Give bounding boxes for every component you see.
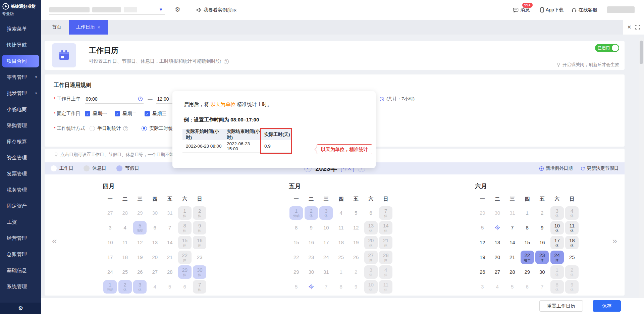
- sidebar-item-14[interactable]: 总账管理: [0, 246, 41, 262]
- calendar-day[interactable]: 8休: [550, 280, 564, 294]
- calendar-day[interactable]: 15休: [178, 236, 192, 249]
- calendar-day[interactable]: 29: [289, 265, 303, 279]
- online-service-button[interactable]: 在线客服: [571, 0, 597, 20]
- calendar-day[interactable]: 6: [178, 280, 192, 294]
- morning-start-input[interactable]: 09:00: [85, 94, 144, 104]
- calendar-day[interactable]: 27: [103, 206, 117, 220]
- calendar-day[interactable]: 12: [476, 236, 489, 249]
- calendar-day[interactable]: 6: [521, 280, 534, 294]
- calendar-day[interactable]: 20: [148, 251, 162, 264]
- calendar-day[interactable]: 29休: [178, 265, 192, 279]
- settings-gear-icon[interactable]: ⚙: [175, 6, 180, 13]
- calendar-day[interactable]: 24: [319, 251, 333, 264]
- calendar-day[interactable]: 3休: [133, 280, 147, 294]
- calendar-day[interactable]: 27休: [364, 251, 378, 264]
- fullscreen-icon[interactable]: [635, 25, 640, 30]
- vertical-scrollbar[interactable]: [639, 37, 644, 312]
- update-holidays-button[interactable]: 更新法定节假日: [580, 165, 619, 171]
- calendar-day[interactable]: 23休: [535, 251, 549, 264]
- calendar-day[interactable]: 10休: [550, 221, 564, 234]
- legend-item-work[interactable]: 工作日: [51, 165, 73, 171]
- calendar-day[interactable]: 21: [505, 251, 519, 264]
- sidebar-item-15[interactable]: 基础信息: [0, 262, 41, 278]
- sidebar-item-13[interactable]: 经营管理: [0, 230, 41, 246]
- calendar-day[interactable]: 7: [505, 221, 519, 234]
- calendar-day[interactable]: 3休: [550, 206, 564, 220]
- calendar-day[interactable]: 2休: [118, 280, 132, 294]
- stat-radio-0[interactable]: 半日制统计?: [90, 125, 128, 132]
- reset-calendar-button[interactable]: 重置工作日历: [539, 300, 583, 312]
- calendar-day[interactable]: 25: [565, 251, 579, 264]
- sidebar-item-0[interactable]: 搜索菜单: [0, 21, 41, 37]
- calendar-day[interactable]: 21: [163, 251, 176, 264]
- calendar-day[interactable]: 8: [521, 221, 534, 234]
- calendar-day[interactable]: 25: [118, 265, 132, 279]
- sidebar-item-12[interactable]: 工资: [0, 214, 41, 230]
- sidebar-item-6[interactable]: 采购管理: [0, 117, 41, 134]
- calendar-day[interactable]: 1休: [178, 206, 192, 220]
- calendar-day[interactable]: 11休: [379, 280, 392, 294]
- calendar-day[interactable]: 22: [289, 251, 303, 264]
- calendar-day[interactable]: 16: [535, 236, 549, 249]
- calendar-day[interactable]: 5: [163, 280, 176, 294]
- calendar-day[interactable]: 18: [118, 251, 132, 264]
- sidebar-item-11[interactable]: 固定资产: [0, 198, 41, 214]
- calendar-day[interactable]: 14: [163, 236, 176, 249]
- calendar-day[interactable]: 15: [289, 236, 303, 249]
- messages-button[interactable]: 消息 99+: [513, 0, 530, 20]
- calendar-day[interactable]: 4休: [379, 265, 392, 279]
- calendar-day[interactable]: 2休: [565, 265, 579, 279]
- calendar-day[interactable]: 5: [505, 280, 519, 294]
- calendar-day[interactable]: 28: [505, 265, 519, 279]
- calendar-day[interactable]: 今: [305, 280, 318, 294]
- calendar-day[interactable]: 9休: [193, 221, 206, 234]
- calendar-day[interactable]: 7休: [193, 280, 206, 294]
- prev-months-icon[interactable]: «: [52, 236, 57, 246]
- calendar-day[interactable]: 4: [334, 206, 348, 220]
- calendar-day[interactable]: 24休: [550, 251, 564, 264]
- sidebar-settings-bar[interactable]: ⚙: [0, 303, 41, 314]
- calendar-day[interactable]: 22端午: [521, 251, 534, 264]
- calendar-day[interactable]: 2休: [305, 206, 318, 220]
- calendar-day[interactable]: 19: [133, 251, 147, 264]
- calendar-day[interactable]: 23: [193, 251, 206, 264]
- workday-checkbox-0[interactable]: ✓星期一: [85, 111, 107, 117]
- calendar-day[interactable]: 10: [103, 236, 117, 249]
- calendar-day[interactable]: 30: [535, 265, 549, 279]
- calendar-day[interactable]: 23: [305, 251, 318, 264]
- calendar-day[interactable]: 1: [521, 206, 534, 220]
- calendar-day[interactable]: 19: [476, 251, 489, 264]
- calendar-day[interactable]: 30: [305, 265, 318, 279]
- calendar-day[interactable]: 9休: [565, 280, 579, 294]
- calendar-day[interactable]: 8: [289, 221, 303, 234]
- app-download-button[interactable]: App下载: [540, 0, 564, 20]
- calendar-day[interactable]: 31: [319, 265, 333, 279]
- help-question-icon[interactable]: ?: [123, 126, 128, 131]
- calendar-day[interactable]: 3休: [319, 206, 333, 220]
- calendar-day[interactable]: 29: [476, 206, 489, 220]
- calendar-day[interactable]: 29: [133, 206, 147, 220]
- calendar-day[interactable]: 4休: [565, 206, 579, 220]
- close-all-tabs-icon[interactable]: ✕: [627, 24, 632, 30]
- calendar-day[interactable]: 1: [334, 265, 348, 279]
- calendar-day[interactable]: 17: [103, 251, 117, 264]
- sidebar-item-7[interactable]: 库存核算: [0, 134, 41, 150]
- calendar-day[interactable]: 20休: [364, 236, 378, 249]
- calendar-day[interactable]: 2休: [193, 206, 206, 220]
- calendar-day[interactable]: 4: [148, 280, 162, 294]
- calendar-day[interactable]: 28: [118, 206, 132, 220]
- sidebar-item-8[interactable]: 资金管理: [0, 150, 41, 166]
- help-question-icon[interactable]: ?: [224, 59, 229, 64]
- next-months-icon[interactable]: »: [612, 236, 617, 246]
- calendar-day[interactable]: 7: [535, 280, 549, 294]
- calendar-day[interactable]: 20: [491, 251, 504, 264]
- calendar-day[interactable]: 1劳动: [289, 206, 303, 220]
- calendar-day[interactable]: 16: [305, 236, 318, 249]
- calendar-day[interactable]: 12: [133, 236, 147, 249]
- calendar-day[interactable]: 27: [491, 265, 504, 279]
- calendar-day[interactable]: 12: [349, 221, 363, 234]
- calendar-day[interactable]: 14: [505, 236, 519, 249]
- calendar-day[interactable]: 11: [118, 236, 132, 249]
- calendar-day[interactable]: 8: [334, 280, 348, 294]
- user-account-redacted[interactable]: [607, 6, 635, 13]
